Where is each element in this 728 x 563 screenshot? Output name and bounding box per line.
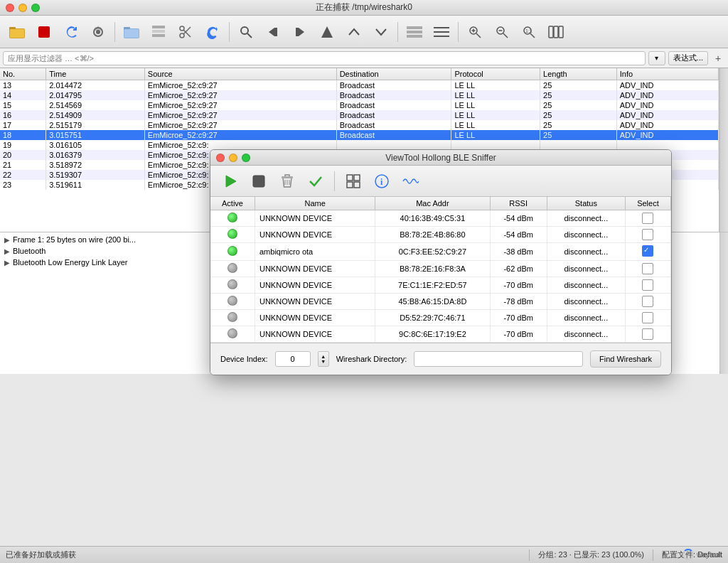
ble-grid-button[interactable] — [341, 169, 366, 193]
svg-rect-2 — [10, 29, 24, 38]
ble-stop-button[interactable] — [246, 169, 272, 193]
ble-device-table-wrap: Active Name Mac Addr RSSI Status Select … — [210, 197, 671, 343]
table-row[interactable]: 142.014795EmMicroe_52:c9:27BroadcastLE L… — [0, 90, 719, 100]
table-row[interactable]: 183.015751EmMicroe_52:c9:27BroadcastLE L… — [0, 130, 719, 140]
stop-capture-button[interactable] — [31, 19, 57, 45]
ble-device-row[interactable]: UNKNOWN DEVICE7E:C1:1E:F2:ED:57-70 dBmdi… — [210, 277, 671, 294]
ble-wave-button[interactable] — [397, 169, 423, 193]
ble-device-row[interactable]: ambiqmicro ota0C:F3:EE:52:C9:27-38 dBmdi… — [210, 243, 671, 261]
svg-rect-47 — [354, 175, 360, 181]
select-checkbox[interactable] — [642, 263, 653, 274]
svg-point-6 — [97, 30, 100, 33]
device-index-input[interactable] — [275, 351, 311, 367]
view-menu-button[interactable] — [429, 19, 454, 45]
scissors-button[interactable] — [173, 19, 198, 45]
back-button[interactable] — [260, 19, 286, 45]
title-bar: 正在捕获 /tmp/wireshark0 — [0, 0, 728, 16]
ble-device-table: Active Name Mac Addr RSSI Status Select … — [210, 197, 671, 343]
open-file-button[interactable] — [4, 19, 30, 45]
select-checkbox[interactable] — [642, 229, 653, 240]
svg-rect-3 — [38, 26, 50, 38]
svg-rect-23 — [407, 35, 422, 38]
ble-play-button[interactable] — [218, 169, 243, 193]
table-row[interactable]: 132.014472EmMicroe_52:c9:27BroadcastLE L… — [0, 80, 719, 91]
ble-toolbar: i — [210, 166, 671, 197]
ble-minimize-button[interactable] — [229, 154, 237, 162]
ble-device-row[interactable]: UNKNOWN DEVICEB8:78:2E:16:F8:3A-62 dBmdi… — [210, 261, 671, 277]
ble-device-row[interactable]: UNKNOWN DEVICE9C:8C:6E:17:19:E2-70 dBmdi… — [210, 326, 671, 343]
ble-device-row[interactable]: UNKNOWN DEVICE45:B8:A6:15:DA:8D-78 dBmdi… — [210, 294, 671, 310]
wireshark-dir-label: Wireshark Directory: — [336, 355, 407, 363]
add-filter-button[interactable]: + — [711, 51, 725, 65]
svg-rect-19 — [274, 28, 277, 36]
page-down-button[interactable] — [368, 19, 394, 45]
svg-rect-9 — [124, 29, 139, 38]
zoom-in-button[interactable] — [462, 19, 488, 45]
table-view-button[interactable] — [146, 19, 171, 45]
select-checkbox-checked[interactable] — [642, 245, 653, 257]
ble-device-row[interactable]: UNKNOWN DEVICED5:52:29:7C:46:71-70 dBmdi… — [210, 310, 671, 326]
color-rules-button[interactable] — [402, 19, 427, 45]
find-button[interactable] — [233, 19, 259, 45]
minimize-button[interactable] — [18, 4, 27, 12]
expression-button[interactable]: 表达式... — [668, 51, 708, 65]
select-checkbox[interactable] — [642, 296, 653, 307]
restart-button[interactable] — [58, 19, 84, 45]
ble-close-button[interactable] — [216, 154, 225, 162]
device-index-spinner[interactable]: ▲▼ — [318, 351, 329, 367]
col-time: Time — [46, 68, 145, 80]
select-checkbox[interactable] — [642, 213, 653, 224]
table-row[interactable]: 172.515179EmMicroe_52:c9:27BroadcastLE L… — [0, 120, 719, 130]
select-checkbox[interactable] — [642, 328, 653, 340]
ble-device-row[interactable]: UNKNOWN DEVICE40:16:3B:49:C5:31-54 dBmdi… — [210, 210, 671, 227]
toolbar-divider-4 — [458, 22, 459, 42]
column-manager-button[interactable] — [543, 19, 569, 45]
refresh-button[interactable] — [200, 19, 225, 45]
svg-point-17 — [241, 27, 248, 34]
filter-input[interactable] — [3, 51, 646, 65]
svg-line-32 — [503, 33, 508, 38]
zoom-reset-button[interactable]: 1:1 — [516, 19, 542, 45]
table-row[interactable]: 162.514909EmMicroe_52:c9:27BroadcastLE L… — [0, 110, 719, 120]
ble-maximize-button[interactable] — [242, 154, 250, 162]
ble-sniffer-dialog: ViewTool Hollong BLE Sniffer i — [210, 149, 672, 375]
find-wireshark-button[interactable]: Find Wireshark — [590, 350, 661, 368]
device-index-label: Device Index: — [220, 355, 268, 363]
active-indicator — [228, 229, 237, 239]
status-ready: 已准备好加载或捕获 — [6, 549, 529, 560]
ble-confirm-button[interactable] — [303, 169, 328, 193]
loading-spinner — [682, 549, 694, 560]
svg-rect-12 — [152, 34, 165, 37]
ble-device-row[interactable]: UNKNOWN DEVICEB8:78:2E:4B:86:80-54 dBmdi… — [210, 227, 671, 243]
page-up-button[interactable] — [341, 19, 367, 45]
filter-bar: ▾ 表达式... + — [0, 48, 728, 68]
select-checkbox[interactable] — [642, 312, 653, 323]
close-button[interactable] — [6, 4, 14, 12]
expand-arrow: ▶ — [4, 247, 10, 255]
zoom-out-button[interactable] — [489, 19, 515, 45]
ble-window-controls — [216, 154, 250, 162]
toolbar-divider-1 — [114, 22, 115, 42]
active-indicator — [228, 312, 237, 322]
maximize-button[interactable] — [31, 4, 40, 12]
svg-rect-22 — [407, 31, 422, 33]
detail-item[interactable]: ▶Bluetooth — [1, 245, 211, 257]
detail-item[interactable]: ▶Frame 1: 25 bytes on wire (200 bi... — [1, 234, 211, 245]
wireshark-dir-input[interactable] — [414, 351, 583, 367]
scroll-up-button[interactable] — [314, 19, 340, 45]
detail-item[interactable]: ▶Bluetooth Low Energy Link Layer — [1, 257, 211, 268]
open-folder-button[interactable] — [119, 19, 144, 45]
col-active: Active — [210, 197, 255, 210]
svg-rect-42 — [282, 176, 293, 178]
ble-info-button[interactable]: i — [369, 169, 395, 193]
table-row[interactable]: 152.514569EmMicroe_52:c9:27BroadcastLE L… — [0, 100, 719, 110]
col-rssi: RSSI — [490, 197, 547, 210]
filter-dropdown-button[interactable]: ▾ — [648, 51, 665, 65]
table-row[interactable]: 193.016105EmMicroe_52:c9: — [0, 140, 719, 150]
select-checkbox[interactable] — [642, 279, 653, 291]
forward-button[interactable] — [287, 19, 313, 45]
svg-rect-41 — [253, 176, 264, 187]
settings-button[interactable] — [85, 19, 111, 45]
ble-clear-button[interactable] — [274, 169, 300, 193]
col-info: Info — [616, 68, 718, 80]
